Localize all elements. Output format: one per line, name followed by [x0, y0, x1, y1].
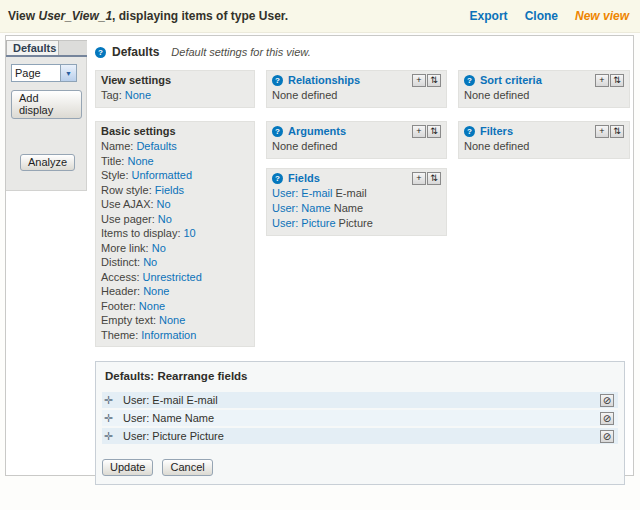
new-view-link[interactable]: New view — [575, 9, 629, 23]
setting-label: Header: — [101, 285, 140, 297]
relationships-box: ? Relationships + ⇅ None defined — [266, 70, 447, 108]
help-icon[interactable]: ? — [272, 173, 283, 184]
setting-label: Row style: — [101, 184, 152, 196]
setting-value-link[interactable]: None — [143, 285, 169, 297]
filters-box: ? Filters + ⇅ None defined — [458, 121, 630, 159]
setting-row: Theme:Information — [101, 328, 249, 343]
help-icon[interactable]: ? — [464, 75, 475, 86]
defaults-heading-row: ? Defaults Default settings for this vie… — [95, 45, 625, 59]
sort-criteria-ops: + ⇅ — [595, 74, 624, 87]
filters-title-link[interactable]: Filters — [480, 124, 513, 139]
field-item: User: PicturePicture — [272, 216, 441, 231]
cancel-button[interactable]: Cancel — [162, 459, 212, 476]
sort-criteria-empty-text: None defined — [464, 88, 624, 103]
title-prefix: View — [8, 9, 35, 23]
field-link[interactable]: User: Name — [272, 202, 331, 214]
drag-handle-icon[interactable]: ✛ — [104, 412, 119, 425]
drag-handle-icon[interactable]: ✛ — [104, 394, 119, 407]
sort-criteria-title-link[interactable]: Sort criteria — [480, 73, 542, 88]
setting-value-link[interactable]: None — [127, 155, 153, 167]
setting-value-link[interactable]: No — [158, 213, 172, 225]
remove-icon[interactable]: ⊘ — [600, 412, 614, 425]
setting-row: More link:No — [101, 241, 249, 256]
arguments-empty-text: None defined — [272, 139, 441, 154]
help-icon[interactable]: ? — [95, 47, 106, 58]
setting-value-link[interactable]: None — [125, 89, 151, 101]
rearrange-fields-panel: Defaults: Rearrange fields ✛ User: E-mai… — [95, 361, 625, 485]
add-icon[interactable]: + — [412, 125, 426, 138]
setting-label: Items to display: — [101, 227, 180, 239]
setting-value-link[interactable]: None — [159, 314, 185, 326]
remove-icon[interactable]: ⊘ — [600, 394, 614, 407]
add-icon[interactable]: + — [412, 172, 426, 185]
rearrange-row-label: User: Picture Picture — [123, 430, 224, 442]
arguments-box: ? Arguments + ⇅ None defined — [266, 121, 447, 159]
field-suffix: E-mail — [336, 187, 367, 199]
sort-criteria-box: ? Sort criteria + ⇅ None defined — [458, 70, 630, 108]
setting-row: Row style:Fields — [101, 183, 249, 198]
rearrange-icon[interactable]: ⇅ — [610, 74, 624, 87]
setting-value-link[interactable]: Unrestricted — [143, 271, 202, 283]
display-type-select-value: Page — [12, 65, 60, 81]
analyze-button[interactable]: Analyze — [20, 154, 75, 171]
view-settings-box: View settings Tag:None — [95, 70, 255, 108]
setting-value-link[interactable]: None — [139, 300, 165, 312]
setting-row: Use AJAX:No — [101, 197, 249, 212]
field-link[interactable]: User: E-mail — [272, 187, 333, 199]
help-icon[interactable]: ? — [464, 126, 475, 137]
add-display-button[interactable]: Add display — [11, 90, 82, 119]
drag-handle-icon[interactable]: ✛ — [104, 430, 119, 443]
remove-icon[interactable]: ⊘ — [600, 430, 614, 443]
rearrange-row-label: User: E-mail E-mail — [123, 394, 218, 406]
setting-value-link[interactable]: Defaults — [136, 140, 176, 152]
rearrange-icon[interactable]: ⇅ — [427, 172, 441, 185]
setting-row: Footer:None — [101, 299, 249, 314]
form-actions: Update Cancel — [102, 459, 618, 476]
table-row: ✛ User: Name Name ⊘ — [102, 410, 618, 426]
setting-value-link[interactable]: 10 — [183, 227, 195, 239]
add-icon[interactable]: + — [412, 74, 426, 87]
setting-label: Title: — [101, 155, 124, 167]
rearrange-title: Defaults: Rearrange fields — [102, 370, 618, 382]
field-suffix: Name — [334, 202, 363, 214]
help-icon[interactable]: ? — [272, 126, 283, 137]
defaults-heading: Defaults — [112, 45, 159, 59]
setting-value-link[interactable]: Fields — [155, 184, 184, 196]
help-icon[interactable]: ? — [272, 75, 283, 86]
field-link[interactable]: User: Picture — [272, 217, 336, 229]
setting-label: Name: — [101, 140, 133, 152]
display-type-select[interactable]: Page ▼ — [11, 64, 77, 82]
setting-value-link[interactable]: Unformatted — [132, 169, 193, 181]
add-icon[interactable]: + — [595, 74, 609, 87]
relationships-empty-text: None defined — [272, 88, 441, 103]
setting-value-link[interactable]: Information — [141, 329, 196, 341]
display-sidebar: Defaults Page ▼ Add display Analyze — [6, 36, 87, 475]
setting-value-link[interactable]: No — [157, 198, 171, 210]
setting-label: Footer: — [101, 300, 136, 312]
setting-row: Title:None — [101, 154, 249, 169]
clone-link[interactable]: Clone — [525, 9, 558, 23]
rearrange-icon[interactable]: ⇅ — [610, 125, 624, 138]
update-button[interactable]: Update — [102, 459, 153, 476]
tab-defaults[interactable]: Defaults — [6, 40, 59, 55]
fields-header: ? Fields + ⇅ — [272, 171, 441, 186]
setting-label: Tag: — [101, 89, 122, 101]
dropdown-arrow-icon[interactable]: ▼ — [60, 65, 76, 81]
setting-value-link[interactable]: No — [152, 242, 166, 254]
table-row: ✛ User: E-mail E-mail ⊘ — [102, 392, 618, 408]
views-edit-container: Defaults Page ▼ Add display Analyze ? De… — [5, 35, 634, 476]
setting-value-link[interactable]: No — [143, 256, 157, 268]
setting-row: Distinct:No — [101, 255, 249, 270]
fields-title-link[interactable]: Fields — [288, 171, 320, 186]
export-link[interactable]: Export — [470, 9, 508, 23]
setting-label: Distinct: — [101, 256, 140, 268]
setting-label: Access: — [101, 271, 140, 283]
rearrange-icon[interactable]: ⇅ — [427, 74, 441, 87]
rearrange-row-label: User: Name Name — [123, 412, 214, 424]
display-tab-bar: Defaults — [6, 36, 87, 57]
add-icon[interactable]: + — [595, 125, 609, 138]
arguments-title-link[interactable]: Arguments — [288, 124, 346, 139]
header-band: View User_View_1, displaying items of ty… — [0, 0, 640, 33]
relationships-title-link[interactable]: Relationships — [288, 73, 360, 88]
rearrange-icon[interactable]: ⇅ — [427, 125, 441, 138]
